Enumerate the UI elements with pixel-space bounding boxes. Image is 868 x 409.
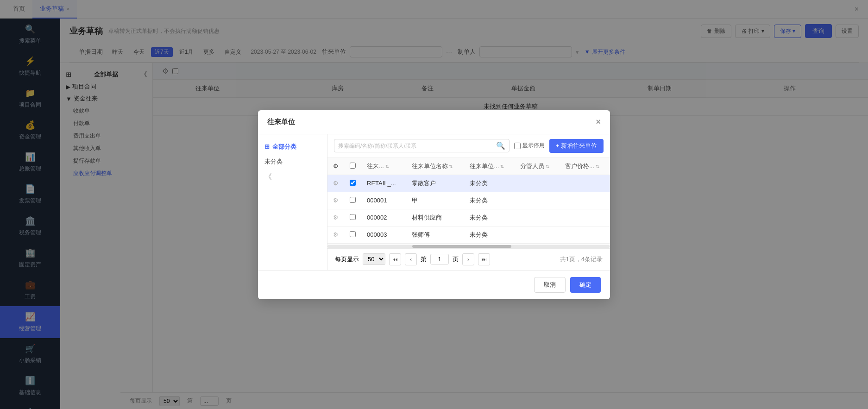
modal-search-icon: 🔍 — [496, 141, 505, 150]
modal-scrollbar[interactable] — [327, 244, 610, 248]
next-page-btn[interactable]: › — [462, 253, 474, 265]
modal-pagination: 每页显示 50 ⏮ ‹ 第 页 › ⏭ 共1页，4条记录 — [327, 248, 610, 270]
prev-page-btn[interactable]: ‹ — [405, 253, 417, 265]
row-price — [560, 226, 610, 243]
row-settings[interactable]: ⚙ — [327, 226, 344, 243]
modal-body: ⊞ 全部分类 未分类 《 🔍 显示停用 — [258, 134, 610, 270]
modal-select-all[interactable] — [350, 163, 356, 169]
modal-dialog: 往来单位 × ⊞ 全部分类 未分类 《 🔍 — [258, 110, 610, 299]
row-price — [560, 175, 610, 192]
modal-th-category[interactable]: 往来单位... — [464, 158, 515, 175]
per-page-label: 每页显示 — [335, 255, 359, 264]
confirm-button[interactable]: 确定 — [570, 277, 601, 293]
modal-grid-icon: ⊞ — [264, 143, 270, 150]
modal-th-settings[interactable]: ⚙ — [327, 158, 344, 175]
modal-table-row[interactable]: ⚙ 000002 材料供应商 未分类 — [327, 209, 610, 226]
row-manager — [515, 175, 560, 192]
modal-table-row[interactable]: ⚙ RETAIL_... 零散客户 未分类 — [327, 175, 610, 192]
modal-toolbar: 🔍 显示停用 + 新增往来单位 — [327, 134, 610, 158]
modal-title: 往来单位 — [267, 118, 295, 126]
show-disabled-label[interactable]: 显示停用 — [514, 142, 545, 150]
row-name: 甲 — [406, 192, 465, 209]
scrollbar-track — [327, 245, 610, 248]
row-category: 未分类 — [464, 209, 515, 226]
row-settings[interactable]: ⚙ — [327, 175, 344, 192]
page-total: 共1页，4条记录 — [560, 255, 603, 264]
row-code: 000001 — [361, 192, 406, 209]
last-page-btn[interactable]: ⏭ — [478, 253, 490, 265]
row-checkbox[interactable] — [344, 192, 361, 209]
modal-right-panel: 🔍 显示停用 + 新增往来单位 ⚙ — [327, 134, 610, 270]
row-code: 000002 — [361, 209, 406, 226]
modal-left-header: ⊞ 全部分类 — [258, 140, 327, 154]
modal-footer: 取消 确定 — [258, 270, 610, 299]
modal-overlay: 往来单位 × ⊞ 全部分类 未分类 《 🔍 — [0, 0, 868, 409]
row-price — [560, 192, 610, 209]
modal-th-price[interactable]: 客户价格... — [560, 158, 610, 175]
row-name: 张师傅 — [406, 226, 465, 243]
row-settings[interactable]: ⚙ — [327, 192, 344, 209]
row-settings[interactable]: ⚙ — [327, 209, 344, 226]
modal-table-header: ⚙ 往来... 往来单位名称 往来单位... 分管人员 客户价格... — [327, 158, 610, 175]
modal-data-table: ⚙ 往来... 往来单位名称 往来单位... 分管人员 客户价格... ⚙ — [327, 158, 610, 244]
per-page-select[interactable]: 50 — [363, 253, 385, 265]
row-manager — [515, 226, 560, 243]
row-category: 未分类 — [464, 175, 515, 192]
page-number-input[interactable] — [430, 254, 449, 264]
modal-left-collapse-btn[interactable]: 《 — [258, 170, 327, 185]
scrollbar-thumb[interactable] — [412, 245, 511, 248]
modal-th-manager[interactable]: 分管人员 — [515, 158, 560, 175]
new-partner-button[interactable]: + 新增往来单位 — [549, 139, 604, 153]
show-disabled-checkbox[interactable] — [514, 143, 521, 149]
first-page-btn[interactable]: ⏮ — [389, 253, 401, 265]
modal-th-code[interactable]: 往来... — [361, 158, 406, 175]
modal-left-panel: ⊞ 全部分类 未分类 《 — [258, 134, 327, 270]
page-label: 第 — [421, 255, 427, 264]
modal-search-input[interactable] — [338, 143, 493, 149]
row-checkbox[interactable] — [344, 226, 361, 243]
modal-th-checkbox[interactable] — [344, 158, 361, 175]
row-code: 000003 — [361, 226, 406, 243]
modal-table-row[interactable]: ⚙ 000003 张师傅 未分类 — [327, 226, 610, 243]
modal-search-box[interactable]: 🔍 — [334, 139, 509, 152]
row-name: 材料供应商 — [406, 209, 465, 226]
modal-header: 往来单位 × — [258, 110, 610, 134]
modal-left-title: 全部分类 — [272, 143, 296, 151]
row-checkbox[interactable] — [344, 209, 361, 226]
modal-left-unclassified[interactable]: 未分类 — [258, 154, 327, 170]
row-category: 未分类 — [464, 192, 515, 209]
modal-table-area: ⚙ 往来... 往来单位名称 往来单位... 分管人员 客户价格... ⚙ — [327, 158, 610, 244]
row-category: 未分类 — [464, 226, 515, 243]
row-manager — [515, 209, 560, 226]
modal-close-button[interactable]: × — [596, 118, 601, 126]
row-price — [560, 209, 610, 226]
page-unit: 页 — [453, 255, 459, 264]
modal-table-row[interactable]: ⚙ 000001 甲 未分类 — [327, 192, 610, 209]
row-code: RETAIL_... — [361, 175, 406, 192]
row-manager — [515, 192, 560, 209]
cancel-button[interactable]: 取消 — [534, 277, 566, 293]
modal-th-name[interactable]: 往来单位名称 — [406, 158, 465, 175]
row-checkbox[interactable] — [344, 175, 361, 192]
row-name: 零散客户 — [406, 175, 465, 192]
